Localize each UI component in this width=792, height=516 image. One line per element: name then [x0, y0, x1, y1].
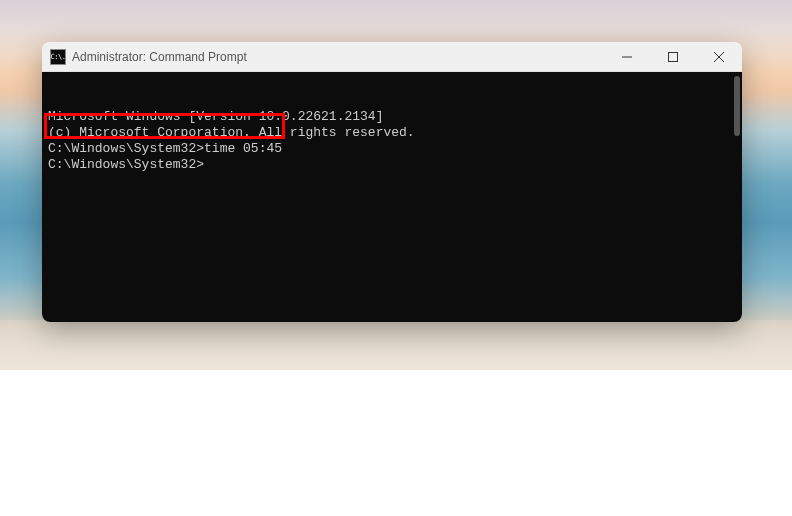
terminal-line: C:\Windows\System32> [48, 157, 736, 173]
scrollbar-thumb[interactable] [734, 76, 740, 136]
titlebar[interactable]: C:\. Administrator: Command Prompt [42, 42, 742, 72]
cmd-icon: C:\. [50, 49, 66, 65]
close-button[interactable] [696, 42, 742, 71]
terminal-line: Microsoft Windows [Version 10.0.22621.21… [48, 109, 736, 125]
prompt-command: time 05:45 [204, 141, 282, 156]
svg-rect-1 [669, 52, 678, 61]
maximize-icon [668, 52, 678, 62]
terminal-area[interactable]: Microsoft Windows [Version 10.0.22621.21… [42, 72, 742, 322]
window-controls [604, 42, 742, 71]
minimize-button[interactable] [604, 42, 650, 71]
prompt-path: C:\Windows\System32> [48, 157, 204, 172]
terminal-line: (c) Microsoft Corporation. All rights re… [48, 125, 736, 141]
page-white-area [0, 370, 792, 516]
minimize-icon [622, 52, 632, 62]
prompt-path: C:\Windows\System32> [48, 141, 204, 156]
close-icon [714, 52, 724, 62]
command-prompt-window: C:\. Administrator: Command Prompt Micro… [42, 42, 742, 322]
terminal-line: C:\Windows\System32>time 05:45 [48, 141, 736, 157]
window-title: Administrator: Command Prompt [72, 50, 604, 64]
maximize-button[interactable] [650, 42, 696, 71]
